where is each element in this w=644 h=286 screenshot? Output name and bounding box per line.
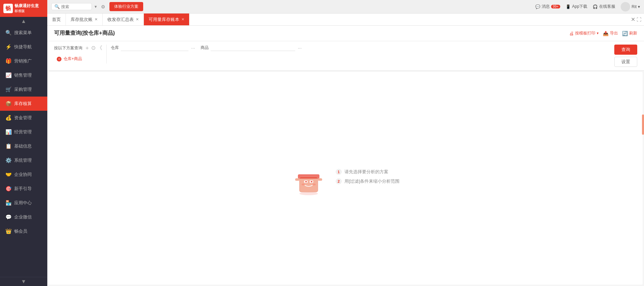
tab-inventory-batch-close[interactable]: ✕: [95, 17, 98, 22]
sidebar-item-label: 销售管理: [14, 72, 32, 78]
sidebar-item-inventory[interactable]: 📦 库存核算: [0, 97, 47, 111]
sidebar-item-operations[interactable]: 📊 经营管理: [0, 125, 47, 139]
wechat-icon: 💬: [5, 214, 11, 220]
settings-btn[interactable]: 设置: [614, 57, 637, 67]
tab-home-label: 首页: [52, 17, 61, 23]
tab-expand-btn[interactable]: ⛶: [637, 17, 641, 22]
app-download-label: App下载: [572, 4, 587, 9]
scroll-down-btn[interactable]: ▼: [0, 277, 47, 286]
user-menu-btn[interactable]: Rit ▾: [621, 2, 640, 11]
tab-available-stock[interactable]: 可用量库存账本 ✕: [144, 14, 189, 25]
warehouse-field-label: 仓库: [111, 45, 119, 51]
sidebar-item-vip[interactable]: 👑 畅会员: [0, 224, 47, 238]
sidebar-item-label: 基础信息: [14, 143, 32, 149]
scheme-panel: 按以下方案查询 ＋ ⊙ 《 ◎ 仓库+商品: [54, 45, 107, 63]
tab-collect-storage-close[interactable]: ✕: [136, 17, 139, 22]
system-icon: ⚙️: [5, 157, 11, 163]
inventory-icon: 📦: [5, 101, 11, 107]
user-avatar: [621, 2, 630, 11]
page-header: 可用量查询(按仓库+商品) 🖨 按模板打印 ▾ 📤 导出 🔄 刷新: [47, 26, 644, 41]
tab-close-window-btn[interactable]: ✕: [631, 16, 635, 23]
product-more-icon[interactable]: ···: [298, 45, 302, 51]
scroll-up-btn[interactable]: ▲: [0, 17, 47, 26]
message-badge: 99+: [551, 5, 560, 8]
product-input[interactable]: [211, 45, 295, 51]
online-service-btn[interactable]: 🎧 在线客服: [593, 4, 615, 9]
tab-inventory-batch-label: 库存批次账: [71, 17, 93, 23]
sidebar-item-label: 经营管理: [14, 129, 32, 135]
sidebar-item-sales[interactable]: 📈 销售管理: [0, 68, 47, 82]
field-group-product: 商品 ···: [201, 45, 302, 51]
sidebar-item-quick-nav[interactable]: ⚡ 快捷导航: [0, 40, 47, 54]
topbar-search-icon: 🔍: [54, 4, 60, 9]
svg-rect-6: [305, 181, 307, 182]
print-icon: 🖨: [569, 31, 574, 36]
hint-text-1: 请先选择要分析的方案: [344, 169, 388, 175]
svg-rect-7: [311, 181, 312, 182]
sidebar-item-onboarding[interactable]: 🎯 新手引导: [0, 182, 47, 196]
message-btn[interactable]: 💬 消息 99+: [535, 4, 560, 9]
right-scrollbar[interactable]: [642, 114, 644, 135]
vip-icon: 👑: [5, 228, 11, 234]
sidebar-item-marketing[interactable]: 🎁 营销推广: [0, 54, 47, 68]
app-version: 标准版: [15, 9, 39, 14]
sidebar-item-label: 营销推广: [14, 58, 32, 64]
app-download-icon: 📱: [566, 4, 571, 9]
marketing-icon: 🎁: [5, 58, 11, 64]
page-title: 可用量查询(按仓库+商品): [54, 30, 115, 37]
scheme-settings-icon[interactable]: ⊙: [91, 45, 96, 52]
warehouse-input[interactable]: [121, 45, 188, 51]
export-btn[interactable]: 📤 导出: [603, 30, 618, 36]
industry-solution-btn[interactable]: 体验行业方案: [109, 2, 143, 11]
purchase-icon: 🛒: [5, 86, 11, 93]
sidebar-item-wechat[interactable]: 💬 企业微信: [0, 210, 47, 224]
warehouse-more-icon[interactable]: ···: [191, 45, 195, 51]
sidebar-item-label: 企业协同: [14, 172, 32, 178]
topbar-right: 💬 消息 99+ 📱 App下载 🎧 在线客服 Rit ▾: [535, 2, 640, 11]
query-btn[interactable]: 查询: [614, 45, 637, 55]
scheme-item-warehouse-product[interactable]: ◎ 仓库+商品: [54, 54, 102, 63]
sidebar-item-system[interactable]: ⚙️ 系统管理: [0, 153, 47, 167]
topbar-search-input[interactable]: [61, 4, 88, 9]
tab-inventory-batch[interactable]: 库存批次账 ✕: [66, 14, 103, 25]
refresh-btn[interactable]: 🔄 刷新: [622, 30, 637, 36]
sidebar-item-enterprise[interactable]: 🤝 企业协同: [0, 167, 47, 182]
enterprise-icon: 🤝: [5, 172, 11, 178]
sidebar-item-purchase[interactable]: 🛒 采购管理: [0, 82, 47, 97]
hint-num-1: 1: [336, 169, 342, 175]
scheme-add-icon[interactable]: ＋: [84, 45, 90, 52]
topbar-gear-icon[interactable]: ⚙: [100, 3, 107, 11]
tab-home[interactable]: 首页: [47, 14, 66, 25]
sidebar-item-label: 畅会员: [14, 228, 27, 234]
tab-available-stock-close[interactable]: ✕: [181, 17, 184, 22]
logo-icon: 畅: [3, 4, 13, 13]
sidebar-item-label: 搜索菜单: [14, 30, 32, 36]
sidebar-item-app-center[interactable]: 🏪 应用中心: [0, 196, 47, 210]
online-service-icon: 🎧: [593, 4, 598, 9]
empty-illustration: [292, 161, 326, 195]
print-dropdown-icon[interactable]: ▾: [597, 31, 599, 35]
sidebar-item-basic-info[interactable]: 📋 基础信息: [0, 139, 47, 153]
app-name: 畅康通好生意: [15, 3, 39, 9]
user-name: Rit: [632, 4, 637, 9]
sidebar-item-label: 应用中心: [14, 200, 32, 206]
sidebar-item-fund[interactable]: 💰 资金管理: [0, 111, 47, 125]
export-label: 导出: [610, 30, 618, 36]
sidebar-item-label: 快捷导航: [14, 44, 32, 50]
export-icon: 📤: [603, 31, 609, 36]
scheme-dot-icon: ◎: [57, 57, 61, 61]
query-actions: 查询 设置: [614, 45, 637, 67]
topbar-dropdown-icon[interactable]: ▾: [95, 4, 97, 9]
tabs-actions: ✕ ⛶: [628, 16, 644, 23]
svg-point-9: [313, 183, 316, 185]
print-template-btn[interactable]: 🖨 按模板打印 ▾: [569, 30, 599, 36]
sidebar-item-search[interactable]: 🔍 搜索菜单: [0, 26, 47, 40]
topbar-search-box[interactable]: 🔍: [51, 3, 92, 10]
tabs-bar: 首页 库存批次账 ✕ 收发存汇总表 ✕ 可用量库存账本 ✕ ✕ ⛶: [47, 14, 644, 26]
tab-collect-storage[interactable]: 收发存汇总表 ✕: [103, 14, 144, 25]
app-download-btn[interactable]: 📱 App下载: [566, 4, 587, 9]
empty-hints: 1 请先选择要分析的方案 2 用[过滤]条件来缩小分析范围: [336, 169, 400, 188]
scheme-collapse-icon[interactable]: 《: [97, 45, 102, 52]
scheme-item-label: 仓库+商品: [63, 56, 82, 62]
operations-icon: 📊: [5, 129, 11, 135]
